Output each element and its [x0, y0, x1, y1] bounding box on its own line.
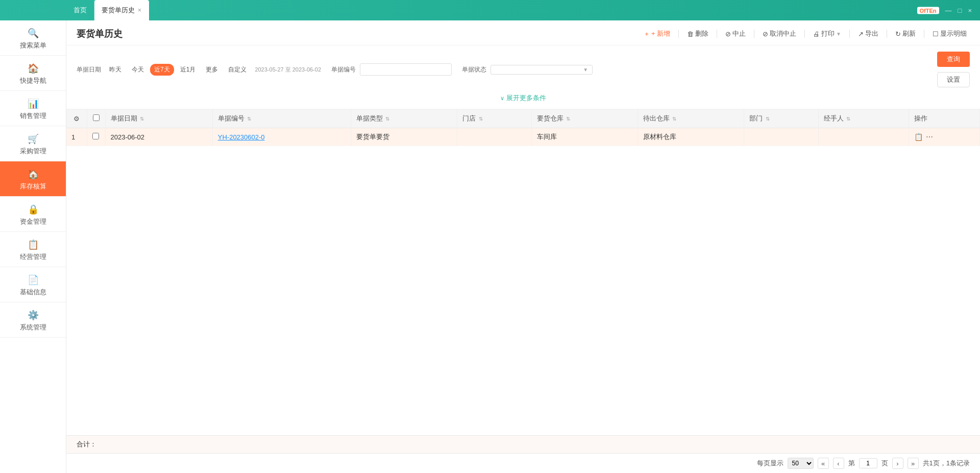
cancel-stop-icon: ⊘ [763, 30, 768, 38]
page-prefix-label: 第 [848, 459, 855, 468]
page-number-input[interactable] [859, 458, 877, 468]
th-settings[interactable]: ⚙ [66, 109, 87, 128]
sidebar-item-fund-mgmt[interactable]: 🔒 资金管理 [0, 197, 66, 232]
next-page-button[interactable]: › [892, 458, 903, 469]
refresh-button[interactable]: ↻ 刷新 [892, 28, 919, 40]
sidebar-item-inventory[interactable]: 🏠 库存核算 [0, 161, 66, 197]
export-button[interactable]: ↗ 导出 [855, 28, 881, 40]
prev-page-button[interactable]: ‹ [833, 458, 844, 469]
ops-icon: 📋 [28, 239, 39, 250]
print-dropdown-icon: ▼ [836, 31, 841, 37]
row-checkbox[interactable] [92, 133, 99, 139]
cart-icon: 🛒 [28, 133, 39, 145]
table-header-row: ⚙ 单据日期 ⇅ 单据编号 ⇅ 单据类型 ⇅ 门店 ⇅ 要货仓库 ⇅ 待出仓库 … [66, 109, 980, 128]
select-all-checkbox[interactable] [93, 114, 100, 121]
query-button[interactable]: 查询 [937, 52, 970, 67]
th-doc-no[interactable]: 单据编号 ⇅ [212, 109, 351, 128]
sort-icon-req-warehouse: ⇅ [566, 116, 570, 122]
date-btn-yesterday[interactable]: 昨天 [105, 64, 126, 76]
toolbar: + + 新增 🗑 删除 ⊘ 中止 ⊘ 取消中止 [642, 28, 970, 40]
add-icon: + [645, 30, 649, 38]
refresh-icon: ↻ [895, 30, 901, 38]
th-dept[interactable]: 部门 ⇅ [744, 109, 818, 128]
sidebar-item-ops-mgmt[interactable]: 📋 经营管理 [0, 232, 66, 267]
date-btn-today[interactable]: 今天 [128, 64, 148, 76]
date-btn-7days[interactable]: 近7天 [150, 64, 174, 76]
per-page-label: 每页显示 [757, 459, 783, 468]
new-button[interactable]: + + 新增 [642, 28, 673, 40]
docno-filter-group: 单据编号 [331, 63, 452, 76]
close-window-icon[interactable]: × [968, 7, 972, 14]
pagination-bar: 每页显示 50 100 200 « ‹ 第 页 › » 共1页，1条记录 [66, 453, 980, 473]
th-actions: 操作 [909, 109, 979, 128]
export-icon: ↗ [858, 30, 864, 38]
search-menu-icon: 🔍 [28, 28, 39, 39]
status-select[interactable]: ▼ [491, 65, 593, 75]
th-doc-type[interactable]: 单据类型 ⇅ [351, 109, 457, 128]
setting-button[interactable]: 设置 [937, 72, 970, 87]
show-detail-button[interactable]: ☐ 显示明细 [929, 28, 970, 40]
td-checkbox[interactable] [87, 128, 105, 146]
filter-row-1: 单据日期 昨天 今天 近7天 近1月 更多 自定义 2023-05-27 至 2… [77, 52, 970, 87]
tab-requisition-history[interactable]: 要货单历史 × [94, 0, 149, 20]
date-range-text: 2023-05-27 至 2023-06-02 [255, 66, 321, 74]
often-badge: OfTEn [917, 7, 939, 14]
minimize-icon[interactable]: — [945, 7, 952, 14]
last-page-button[interactable]: » [908, 458, 919, 469]
docno-input[interactable] [360, 63, 452, 76]
date-btn-1month[interactable]: 近1月 [176, 64, 200, 76]
summary-label: 合计： [77, 440, 96, 448]
th-doc-date[interactable]: 单据日期 ⇅ [105, 109, 212, 128]
more-action-icon[interactable]: ⋯ [926, 133, 933, 141]
cancel-stop-button[interactable]: ⊘ 取消中止 [760, 28, 799, 40]
data-table: ⚙ 单据日期 ⇅ 单据编号 ⇅ 单据类型 ⇅ 门店 ⇅ 要货仓库 ⇅ 待出仓库 … [66, 109, 980, 146]
chevron-down-icon: ∨ [500, 95, 504, 102]
toolbar-divider-4 [804, 30, 805, 38]
doc-icon: 📄 [28, 274, 39, 286]
th-store[interactable]: 门店 ⇅ [457, 109, 531, 128]
sidebar-item-basic-info[interactable]: 📄 基础信息 [0, 267, 66, 302]
sidebar-item-system-mgmt[interactable]: ⚙️ 系统管理 [0, 302, 66, 338]
td-req-warehouse: 车间库 [531, 128, 638, 146]
th-checkbox[interactable] [87, 109, 105, 128]
date-btn-more[interactable]: 更多 [202, 64, 222, 76]
first-page-button[interactable]: « [818, 458, 829, 469]
toolbar-divider-1 [678, 30, 679, 38]
stop-button[interactable]: ⊘ 中止 [722, 28, 749, 40]
td-doc-no[interactable]: YH-20230602-0 [212, 128, 351, 146]
toolbar-divider-7 [924, 30, 924, 38]
sidebar: 🔍 搜索菜单 🏠 快捷导航 📊 销售管理 🛒 采购管理 🏠 库存核算 🔒 资金管… [0, 20, 66, 473]
sidebar-item-purchase-mgmt[interactable]: 🛒 采购管理 [0, 126, 66, 161]
tab-home[interactable]: 首页 [66, 0, 94, 20]
sidebar-item-sales-mgmt[interactable]: 📊 销售管理 [0, 91, 66, 126]
view-action-icon[interactable]: 📋 [914, 133, 923, 141]
status-dropdown-icon: ▼ [583, 67, 588, 73]
checkbox-detail-icon: ☐ [933, 30, 939, 38]
td-pending-warehouse: 原材料仓库 [638, 128, 744, 146]
sort-icon-doc-date: ⇅ [140, 116, 144, 122]
delete-button[interactable]: 🗑 删除 [684, 28, 712, 40]
sort-icon-pending-warehouse: ⇅ [672, 116, 676, 122]
sidebar-item-quick-nav[interactable]: 🏠 快捷导航 [0, 56, 66, 91]
expand-more-button[interactable]: ∨ 展开更多条件 [77, 91, 970, 105]
maximize-icon[interactable]: □ [958, 7, 962, 14]
th-pending-warehouse[interactable]: 待出仓库 ⇅ [638, 109, 744, 128]
chart-icon: 📊 [28, 98, 39, 109]
per-page-select[interactable]: 50 100 200 [788, 458, 814, 469]
sort-icon-dept: ⇅ [766, 116, 770, 122]
doc-no-link[interactable]: YH-20230602-0 [218, 133, 265, 141]
status-label: 单据状态 [462, 65, 486, 74]
main-layout: 🔍 搜索菜单 🏠 快捷导航 📊 销售管理 🛒 采购管理 🏠 库存核算 🔒 资金管… [0, 20, 980, 473]
th-req-warehouse[interactable]: 要货仓库 ⇅ [531, 109, 638, 128]
top-bar: 首页 要货单历史 × OfTEn — □ × [0, 0, 980, 20]
gear-icon: ⚙️ [28, 310, 39, 321]
sidebar-item-search-menu[interactable]: 🔍 搜索菜单 [0, 20, 66, 56]
date-btn-custom[interactable]: 自定义 [224, 64, 251, 76]
filter-area: 单据日期 昨天 今天 近7天 近1月 更多 自定义 2023-05-27 至 2… [66, 45, 980, 109]
td-num: 1 [66, 128, 87, 146]
print-button[interactable]: 🖨 打印 ▼ [810, 28, 844, 40]
tab-close-icon[interactable]: × [138, 7, 141, 14]
th-handler[interactable]: 经手人 ⇅ [818, 109, 909, 128]
sort-icon-store: ⇅ [479, 116, 483, 122]
date-filter-group: 单据日期 昨天 今天 近7天 近1月 更多 自定义 2023-05-27 至 2… [77, 64, 321, 76]
